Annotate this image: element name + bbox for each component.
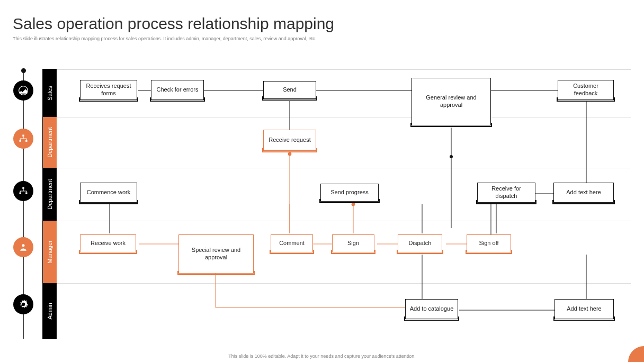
svg-point-7	[22, 244, 25, 247]
box-add-text-admin: Add text here	[554, 299, 614, 319]
svg-rect-4	[22, 187, 24, 189]
box-sign-off: Sign off	[467, 234, 511, 252]
box-sign: Sign	[332, 234, 374, 252]
svg-point-34	[450, 155, 453, 158]
lane-icon-sales	[13, 80, 33, 101]
box-add-catalogue: Add to catalogue	[405, 299, 458, 319]
lane-icon-admin	[13, 294, 33, 314]
lane-label-sales: Sales	[43, 69, 57, 117]
lane-label-department-b: Department	[43, 168, 57, 221]
svg-rect-6	[25, 193, 27, 194]
connector-lines	[57, 69, 631, 339]
box-send: Send	[263, 81, 316, 99]
svg-rect-1	[22, 135, 24, 137]
page-subtitle: This slide illustrates relationship mapp…	[13, 36, 631, 41]
box-receive-dispatch: Receive for dispatch	[477, 183, 535, 203]
corner-accent	[628, 346, 644, 362]
svg-rect-3	[25, 140, 27, 142]
box-send-progress: Send progress	[320, 184, 379, 202]
box-add-text-dept: Add text here	[553, 183, 614, 203]
page-title: Sales operation process relationship map…	[13, 15, 631, 33]
box-dispatch: Dispatch	[398, 234, 442, 252]
svg-rect-5	[20, 193, 21, 194]
lane-icon-department-a	[13, 129, 33, 149]
svg-point-15	[288, 152, 291, 156]
box-receive-request: Receive request	[263, 130, 316, 151]
box-special-review: Special review and approval	[178, 234, 254, 274]
footer-note: This slide is 100% editable. Adapt it to…	[0, 354, 644, 359]
box-comment: Comment	[271, 234, 313, 252]
lane-label-admin: Admin	[43, 283, 57, 339]
box-commence-work: Commence work	[80, 183, 137, 203]
svg-rect-2	[20, 140, 21, 142]
box-general-review: General review and approval	[412, 78, 491, 125]
lane-icon-department-b	[13, 181, 33, 201]
box-receives-request-forms: Receives request forms	[80, 80, 137, 100]
box-check-errors: Check for errors	[151, 80, 204, 100]
swimlane-canvas: Sales Department Department Manager Admi…	[42, 69, 631, 339]
box-customer-feedback: Customer feedback	[558, 80, 614, 100]
lane-label-department-a: Department	[43, 117, 57, 168]
lane-icon-manager	[13, 237, 33, 257]
box-receive-work: Receive work	[80, 234, 136, 252]
lane-label-manager: Manager	[43, 221, 57, 283]
